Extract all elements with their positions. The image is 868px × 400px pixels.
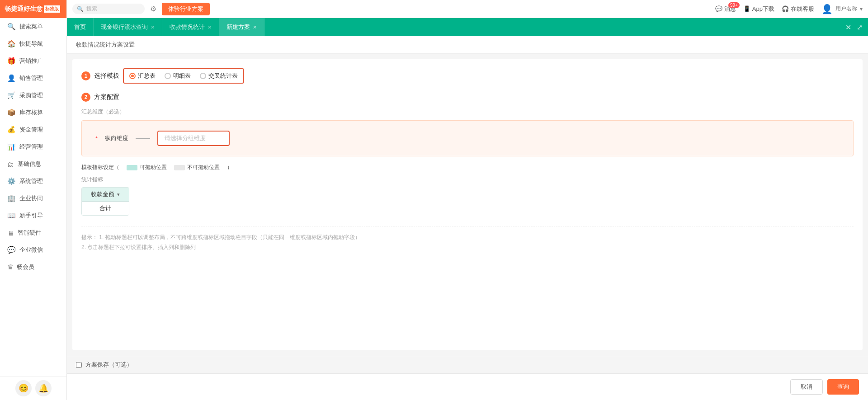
legend-close-paren: ）: [227, 164, 232, 171]
sidebar-item-label: 智能硬件: [18, 229, 41, 237]
sidebar-item-search[interactable]: 🔍 搜索菜单: [0, 18, 66, 35]
stats-col-header[interactable]: 收款金额 ▾: [82, 188, 129, 202]
maximize-icon[interactable]: ⤢: [856, 22, 863, 33]
stats-title: 统计指标: [81, 176, 854, 184]
tab-home-label: 首页: [74, 23, 86, 31]
sidebar: 畅捷通好生意 标准版 🔍 搜索菜单 🏠 快捷导航 🎁 营销推广 👤 销售管理 🛒…: [0, 0, 67, 400]
sidebar-item-hardware[interactable]: 🖥 智能硬件: [0, 224, 66, 241]
tab-home[interactable]: 首页: [67, 18, 94, 36]
chevron-down-icon: ▾: [860, 6, 863, 12]
indicator-legend-prefix: 模板指标设定（: [81, 164, 119, 171]
sidebar-item-sales[interactable]: 👤 销售管理: [0, 70, 66, 87]
cancel-button[interactable]: 取消: [790, 379, 823, 395]
user-avatar[interactable]: 👤 用户名称 ▾: [821, 4, 863, 14]
cart-icon: 🛒: [7, 91, 16, 99]
sidebar-bottom: 😊 🔔: [0, 376, 66, 400]
sidebar-item-marketing[interactable]: 🎁 营销推广: [0, 52, 66, 70]
sidebar-item-label: 新手引导: [19, 212, 43, 220]
step2-section: 2 方案配置 汇总维度（必选） * 纵向维度 —— 请选择分组维度: [81, 93, 854, 252]
sidebar-item-label: 营销推广: [19, 57, 43, 65]
tips-line2: 2. 点击标题栏下拉可设置排序、插入列和删除列: [81, 243, 854, 253]
step1-section: 1 选择模板 汇总表 明细表 交叉统计表: [81, 68, 854, 84]
money-icon: 💰: [7, 126, 16, 134]
search-box[interactable]: 🔍 搜索: [72, 4, 145, 14]
group-dimension-select[interactable]: 请选择分组维度: [157, 131, 230, 146]
step1-title: 选择模板: [94, 72, 119, 80]
action-bar: 取消 查询: [67, 373, 868, 400]
tab-bank[interactable]: 现金银行流水查询 ✕: [94, 18, 162, 36]
sidebar-item-member[interactable]: ♛ 畅会员: [0, 259, 66, 276]
sidebar-item-quicknav[interactable]: 🏠 快捷导航: [0, 35, 66, 52]
radio-detail-label: 明细表: [173, 72, 191, 80]
nodrag-label: 不可拖动位置: [187, 164, 220, 171]
query-button[interactable]: 查询: [827, 379, 859, 395]
step2-header: 2 方案配置: [81, 93, 854, 102]
message-btn[interactable]: 💬 消息 99+: [715, 5, 736, 13]
step1-header: 1 选择模板 汇总表 明细表 交叉统计表: [81, 68, 854, 84]
monitor-icon: 🖥: [7, 229, 14, 237]
tab-stats[interactable]: 收款情况统计 ✕: [162, 18, 219, 36]
trial-button[interactable]: 体验行业方案: [162, 3, 210, 15]
topbar-right: 💬 消息 99+ 📱 App下载 🎧 在线客服 👤 用户名称 ▾: [715, 4, 863, 14]
main-area: 🔍 搜索 ⚙ 体验行业方案 💬 消息 99+ 📱 App下载 🎧 在线客服 👤 …: [67, 0, 868, 400]
headset-icon: 🎧: [782, 5, 789, 12]
step2-num: 2: [81, 93, 90, 102]
nodrag-indicator: [174, 165, 185, 170]
sidebar-item-finance[interactable]: 💰 资金管理: [0, 121, 66, 138]
sidebar-bottom-btn-right[interactable]: 🔔: [35, 380, 52, 396]
drag-indicator: [127, 165, 137, 170]
sidebar-item-corp[interactable]: 🏢 企业协同: [0, 190, 66, 207]
gift-icon: 🎁: [7, 57, 16, 65]
dimension-row: * 纵向维度 —— 请选择分组维度: [95, 131, 230, 146]
sidebar-item-label: 畅会员: [17, 263, 34, 271]
content-area: 收款情况统计方案设置 1 选择模板 汇总表 明细表: [67, 36, 868, 400]
tips-line1: 提示： 1. 拖动标题栏可以调整布局，不可跨维度或指标区域拖动栏目字段（只能在同…: [81, 233, 854, 243]
gear-icon: ⚙️: [7, 177, 16, 185]
tab-new[interactable]: 新建方案 ✕: [219, 18, 264, 36]
breadcrumb-text: 收款情况统计方案设置: [76, 41, 135, 48]
sidebar-item-label: 搜索菜单: [19, 23, 43, 31]
tab-bank-label: 现金银行流水查询: [101, 23, 148, 31]
sidebar-item-label: 系统管理: [19, 177, 43, 185]
topbar: 🔍 搜索 ⚙ 体验行业方案 💬 消息 99+ 📱 App下载 🎧 在线客服 👤 …: [67, 0, 868, 18]
app-download-btn[interactable]: 📱 App下载: [743, 5, 774, 13]
sidebar-item-wechat[interactable]: 💬 企业微信: [0, 241, 66, 259]
settings-icon[interactable]: ⚙: [150, 5, 156, 13]
sidebar-item-inventory[interactable]: 📦 库存核算: [0, 104, 66, 121]
logo-badge: 标准版: [43, 5, 61, 13]
radio-cross[interactable]: 交叉统计表: [200, 72, 238, 80]
template-radio-group: 汇总表 明细表 交叉统计表: [123, 68, 244, 84]
sidebar-item-system[interactable]: ⚙️ 系统管理: [0, 173, 66, 190]
save-checkbox[interactable]: [76, 362, 82, 368]
radio-summary[interactable]: 汇总表: [129, 72, 156, 80]
sidebar-item-label: 库存核算: [19, 108, 43, 117]
sidebar-item-purchase[interactable]: 🛒 采购管理: [0, 87, 66, 104]
person-icon: 👤: [7, 74, 16, 82]
sidebar-item-operations[interactable]: 📊 经营管理: [0, 138, 66, 155]
radio-detail[interactable]: 明细表: [165, 72, 191, 80]
sidebar-item-label: 资金管理: [19, 126, 43, 134]
tab-navigation: 首页 现金银行流水查询 ✕ 收款情况统计 ✕ 新建方案 ✕ ✕ ⤢: [67, 18, 868, 36]
drag-label: 可拖动位置: [140, 164, 167, 171]
close-window-icon[interactable]: ✕: [844, 22, 852, 33]
user-icon: 👤: [821, 4, 833, 14]
indicator-section: 模板指标设定（ 可拖动位置 不可拖动位置 ） 统计指标: [81, 164, 854, 217]
tab-new-close[interactable]: ✕: [253, 24, 257, 30]
sidebar-item-basic[interactable]: 🗂 基础信息: [0, 155, 66, 173]
chart-icon: 📊: [7, 143, 16, 151]
main-card: 1 选择模板 汇总表 明细表 交叉统计表: [72, 59, 863, 350]
sidebar-item-label: 快捷导航: [19, 40, 43, 48]
service-label: 在线客服: [791, 5, 814, 13]
tips-section: 提示： 1. 拖动标题栏可以调整布局，不可跨维度或指标区域拖动栏目字段（只能在同…: [81, 226, 854, 252]
tab-stats-close[interactable]: ✕: [208, 24, 212, 30]
service-btn[interactable]: 🎧 在线客服: [782, 5, 814, 13]
required-mark: *: [95, 135, 98, 142]
user-name: 用户名称: [835, 5, 857, 13]
tab-bank-close[interactable]: ✕: [151, 24, 155, 30]
sidebar-item-newuser[interactable]: 📖 新手引导: [0, 207, 66, 224]
dimension-area: * 纵向维度 —— 请选择分组维度: [81, 120, 854, 156]
search-placeholder: 搜索: [86, 5, 97, 13]
stats-col-body: 合计: [82, 202, 129, 215]
sidebar-bottom-btn-left[interactable]: 😊: [15, 380, 32, 396]
dimension-section-label: 汇总维度（必选）: [81, 108, 854, 116]
